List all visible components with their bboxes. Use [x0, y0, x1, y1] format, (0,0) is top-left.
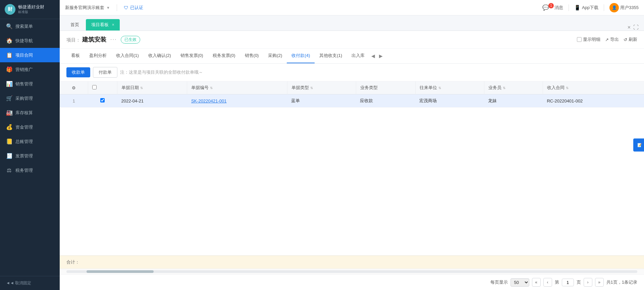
- sidebar-item-sales[interactable]: 📊 销售管理: [0, 77, 60, 91]
- subnav-payment-label: 收付款(4): [291, 53, 310, 58]
- fukuan-button[interactable]: 付款单: [93, 67, 117, 78]
- th-income-contract[interactable]: 收入合同 ⇅: [543, 81, 644, 94]
- fund-icon: 💰: [6, 124, 12, 130]
- sidebar-item-fund[interactable]: 💰 资金管理: [0, 120, 60, 134]
- subnav-tax-invoice[interactable]: 税务发票(0): [208, 49, 240, 63]
- th-date[interactable]: 单据日期 ⇅: [117, 81, 187, 94]
- header-right: 💬 1 消息 📱 App下载 👤 用户3355: [542, 3, 639, 12]
- sort-icon: ⇅: [438, 86, 441, 90]
- settings-icon[interactable]: ⚙: [72, 85, 76, 90]
- sidebar-item-invoice[interactable]: 🧾 发票管理: [0, 149, 60, 163]
- shoukuan-button[interactable]: 收款单: [66, 67, 90, 77]
- notification-badge: 1: [548, 3, 554, 8]
- td-number-link[interactable]: SK-20220421-001: [191, 98, 227, 103]
- message-button[interactable]: 💬 1 消息: [542, 4, 563, 11]
- tab-project-board-label: 项目看板: [91, 22, 109, 27]
- td-counterparty: 宏茂商场: [415, 94, 484, 107]
- display-detail-action[interactable]: 显示明细: [577, 37, 600, 43]
- table-row[interactable]: 1 2022-04-21 SK-20220421-001 蓝单 应收款 宏茂商场: [60, 94, 644, 107]
- sidebar-item-tax[interactable]: ⚖ 税务管理: [0, 163, 60, 177]
- subnav-income-confirm-label: 收入确认(2): [148, 53, 171, 58]
- sort-icon: ⇅: [503, 86, 505, 90]
- subnav-income-confirm[interactable]: 收入确认(2): [144, 49, 176, 63]
- project-more-button[interactable]: ···: [110, 37, 117, 43]
- subnav-income-contract[interactable]: 收入合同(1): [111, 49, 144, 63]
- td-salesperson: 龙妹: [484, 94, 543, 107]
- sidebar: 财 畅捷通好业财 标准版 🔍 搜索菜单 🏠 快捷导航 📋 项目合同 🎁 营销推广…: [0, 0, 60, 290]
- pagination-next-button[interactable]: ›: [584, 278, 592, 287]
- th-settings[interactable]: ⚙: [60, 81, 88, 94]
- sidebar-item-inventory[interactable]: 🏭 库存核算: [0, 105, 60, 120]
- th-checkbox[interactable]: [88, 81, 117, 94]
- subnav-kanban[interactable]: 看板: [66, 49, 85, 63]
- subnav-other-income[interactable]: 其他收支(1): [315, 49, 347, 63]
- sidebar-item-label: 总账管理: [15, 139, 33, 145]
- logo-icon: 财: [5, 4, 15, 15]
- subnav-purchase-label: 采购(2): [268, 53, 282, 58]
- sort-icon: ⇅: [566, 86, 569, 90]
- detail-checkbox[interactable]: [577, 37, 582, 42]
- ledger-icon: 📒: [6, 138, 12, 145]
- pagination-prev-button[interactable]: ‹: [543, 278, 552, 287]
- sidebar-item-label: 营销推广: [15, 67, 33, 73]
- sidebar-item-marketing[interactable]: 🎁 营销推广: [0, 62, 60, 77]
- subnav-sales-invoice-label: 销售发票(0): [180, 53, 203, 58]
- tax-icon: ⚖: [6, 167, 12, 173]
- header-right-divider2: [604, 4, 604, 11]
- sidebar-item-search[interactable]: 🔍 搜索菜单: [0, 19, 60, 33]
- table-wrapper[interactable]: ⚙ 单据日期 ⇅: [60, 81, 644, 256]
- subnav-prev-arrow[interactable]: ◀: [369, 51, 377, 61]
- th-counterparty[interactable]: 往来单位 ⇅: [415, 81, 484, 94]
- subnav-purchase[interactable]: 采购(2): [263, 49, 287, 63]
- pagination-bar: 每页显示 50 20 100 « ‹ 第 页 › » 共1页，1条记录: [60, 274, 644, 290]
- th-income-contract-label: 收入合同: [547, 85, 565, 91]
- window-close-button[interactable]: ×: [628, 24, 631, 30]
- subnav-profit[interactable]: 盈利分析: [85, 49, 111, 63]
- td-number[interactable]: SK-20220421-001: [187, 94, 287, 107]
- td-checkbox[interactable]: [88, 94, 117, 107]
- refresh-action[interactable]: ↺ 刷新: [624, 37, 637, 43]
- page-number-input[interactable]: [562, 279, 574, 286]
- window-maximize-button[interactable]: ⛶: [633, 24, 639, 30]
- pagination-last-button[interactable]: »: [595, 278, 604, 287]
- subnav-payment[interactable]: 收付款(4): [287, 49, 315, 63]
- project-switcher[interactable]: 新服务官网演示账套 ▼: [65, 5, 110, 11]
- user-menu[interactable]: 👤 用户3355: [609, 3, 639, 12]
- subnav-next-arrow[interactable]: ▶: [377, 51, 385, 61]
- right-action-button[interactable]: 📝: [633, 139, 644, 152]
- sidebar-item-label: 资金管理: [15, 124, 33, 130]
- sidebar-nav: 🔍 搜索菜单 🏠 快捷导航 📋 项目合同 🎁 营销推广 📊 销售管理 🛒 采购管…: [0, 19, 60, 276]
- th-type[interactable]: 单据类型 ⇅: [287, 81, 356, 94]
- sidebar-item-purchase[interactable]: 🛒 采购管理: [0, 91, 60, 105]
- app-download-button[interactable]: 📱 App下载: [574, 5, 598, 11]
- sort-icon: ⇅: [310, 86, 313, 90]
- sidebar-item-project[interactable]: 📋 项目合同: [0, 48, 60, 62]
- user-label: 用户3355: [620, 5, 639, 11]
- pagination-first-button[interactable]: «: [532, 278, 541, 287]
- table-header-row: ⚙ 单据日期 ⇅: [60, 81, 644, 94]
- per-page-select[interactable]: 50 20 100: [511, 278, 529, 287]
- tab-home[interactable]: 首页: [65, 19, 85, 30]
- sidebar-unpin-button[interactable]: ◄◄ 取消固定: [0, 276, 60, 290]
- tab-close-icon[interactable]: ×: [112, 22, 114, 27]
- tab-project-board[interactable]: 项目看板 ×: [86, 19, 120, 30]
- row-checkbox[interactable]: [100, 98, 105, 102]
- refresh-label: 刷新: [629, 37, 637, 43]
- th-biz-type-label: 业务类型: [360, 85, 378, 90]
- sidebar-item-ledger[interactable]: 📒 总账管理: [0, 134, 60, 149]
- sub-nav: 看板 盈利分析 收入合同(1) 收入确认(2) 销售发票(0) 税务发票(0) …: [60, 49, 644, 64]
- sidebar-item-label: 搜索菜单: [15, 23, 33, 29]
- subnav-sales-invoice[interactable]: 销售发票(0): [176, 49, 208, 63]
- sort-icon: ⇅: [140, 86, 143, 90]
- table-scrollbar-thumb[interactable]: [87, 270, 154, 273]
- sidebar-item-quicknav[interactable]: 🏠 快捷导航: [0, 33, 60, 48]
- subnav-warehouse[interactable]: 出入库: [347, 49, 369, 63]
- table-scrollbar-track[interactable]: [66, 270, 637, 273]
- subnav-sales[interactable]: 销售(0): [240, 49, 264, 63]
- select-all-checkbox[interactable]: [92, 85, 97, 89]
- th-salesperson[interactable]: 业务员 ⇅: [484, 81, 543, 94]
- export-label: 导出: [610, 37, 619, 43]
- export-action[interactable]: ↗ 导出: [605, 37, 619, 43]
- logo-text: 畅捷通好业财: [18, 4, 44, 10]
- th-number[interactable]: 单据编号 ⇅: [187, 81, 287, 94]
